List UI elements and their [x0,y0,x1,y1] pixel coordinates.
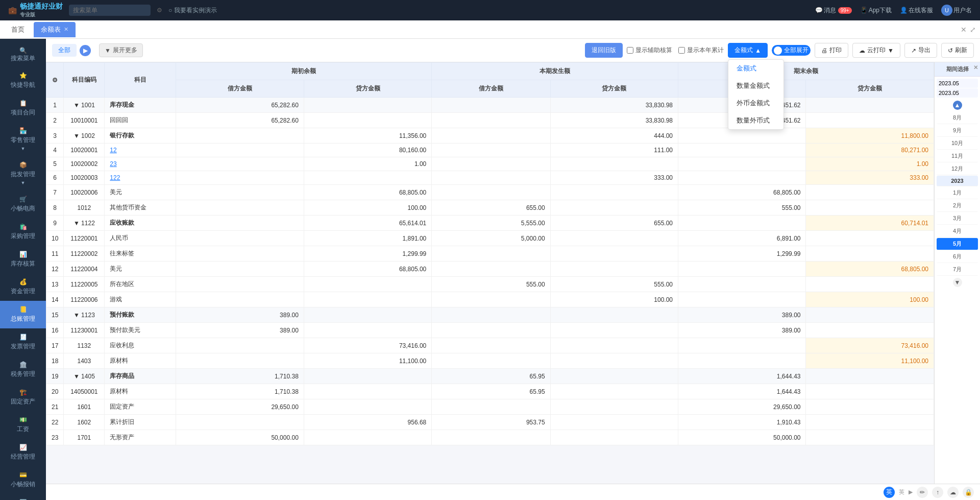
format-option-qty-fx[interactable]: 数量外币式 [728,112,783,129]
period-month-item[interactable]: 2月 [937,200,978,212]
return-old-btn[interactable]: 退回旧版 [585,43,623,58]
account-name-text[interactable]: 12 [110,147,116,154]
period-month-item[interactable]: 8月 [937,112,978,124]
account-name-text[interactable]: 累计折旧 [110,418,134,425]
account-name-text[interactable]: 回回回 [110,116,128,124]
period-close-btn[interactable]: ✕ [973,64,978,71]
account-name-text[interactable]: 23 [110,160,116,168]
account-name[interactable]: 累计折旧 [105,415,176,430]
account-name-text[interactable]: 游戏 [110,296,122,303]
message-btn[interactable]: 💬 消息 99+ [815,6,852,15]
account-name-text[interactable]: 预付款美元 [110,326,140,334]
upload-icon-btn[interactable]: ↑ [932,487,943,498]
sidebar-item-project[interactable]: 📋 项目合同 [0,94,46,122]
period-month-item[interactable]: 6月 [937,251,978,263]
account-name[interactable]: 固定资产 [105,399,176,415]
settings-icon[interactable]: ⚙ [157,7,162,14]
format-option-qty-amount[interactable]: 数量金额式 [728,77,783,94]
sidebar-item-ledger[interactable]: 📒 总账管理 [0,301,46,328]
account-name[interactable]: 游戏 [105,292,176,307]
sidebar-item-retail[interactable]: 🏪 零售管理 ▼ [0,122,46,156]
period-up-btn[interactable]: ▲ [953,101,962,110]
account-name[interactable]: 23 [105,157,176,171]
account-name[interactable]: 美元 [105,185,176,200]
sidebar-item-basic-info[interactable]: ℹ️ 基础信息 [0,494,46,500]
lock-icon-btn[interactable]: 🔒 [963,487,974,498]
account-name[interactable]: 无形资产 [105,430,176,445]
menu-search-input[interactable] [69,5,151,16]
online-service-btn[interactable]: 👤 在线客服 [900,6,933,15]
account-name[interactable]: 应收利息 [105,338,176,353]
format-btn[interactable]: 金额式 ▲ [728,43,768,58]
sidebar-item-ecommerce[interactable]: 🛒 小畅电商 [0,191,46,218]
minimize-btn[interactable]: ✕ [961,26,967,34]
account-name[interactable]: 预付款美元 [105,323,176,338]
account-name[interactable]: 回回回 [105,113,176,128]
period-month-item[interactable]: 1月 [937,187,978,199]
print-btn[interactable]: 🖨 打印 [815,43,848,58]
sidebar-item-payroll[interactable]: 💵 工资 [0,411,46,439]
tab-home[interactable]: 首页 [4,22,32,37]
ytd-checkbox-input[interactable] [678,47,685,54]
account-name-text[interactable]: 美元 [110,188,122,196]
export-btn[interactable]: ↗ 导出 [904,43,937,58]
account-name[interactable]: 美元 [105,261,176,277]
show-ytd-checkbox[interactable]: 显示本年累计 [678,46,724,55]
gear-icon[interactable]: ⚙ [52,77,58,84]
tab-close-icon[interactable]: ✕ [64,26,68,33]
period-month-item[interactable]: 5月 [937,238,978,250]
period-month-item[interactable]: 11月 [937,150,978,162]
sidebar-item-tax[interactable]: 🏛️ 税务管理 [0,356,46,384]
app-download-btn[interactable]: 📱 App下载 [860,6,892,15]
edit-icon-btn[interactable]: ✏ [917,487,928,498]
tab-balance-sheet[interactable]: 余额表 ✕ [34,22,76,37]
period-month-item[interactable]: 9月 [937,125,978,137]
account-name-text[interactable]: 原材料 [110,357,128,364]
cloud-print-btn[interactable]: ☁ 云打印 ▼ [852,43,900,58]
sidebar-item-operations[interactable]: 📈 经营管理 [0,439,46,466]
account-name-text[interactable]: 应收利息 [110,342,134,349]
show-auxiliary-checkbox[interactable]: 显示辅助核算 [627,46,672,55]
account-name-text[interactable]: 其他货币资金 [110,204,146,211]
period-month-item[interactable]: 10月 [937,137,978,150]
period-down-btn[interactable]: ▼ [953,278,962,287]
format-option-fx-amount[interactable]: 外币金额式 [728,94,783,112]
period-month-item[interactable]: 4月 [937,225,978,237]
auxiliary-checkbox-input[interactable] [627,47,633,54]
account-name-text[interactable]: 原材料 [110,388,128,395]
period-month-item[interactable]: 3月 [937,212,978,225]
sidebar-item-invoice[interactable]: 🧾 发票管理 [0,328,46,356]
breadcrumb-arrow-btn[interactable]: ▶ [80,45,91,56]
account-name[interactable]: 所在地区 [105,277,176,292]
sidebar-search[interactable]: 🔍 搜索菜单 [0,43,46,67]
sidebar-item-inventory[interactable]: 📊 库存核算 [0,246,46,273]
account-name[interactable]: 其他货币资金 [105,200,176,216]
account-name[interactable]: 122 [105,171,176,185]
account-name-text[interactable]: 无形资产 [110,434,134,441]
account-name-text[interactable]: 所在地区 [110,280,134,288]
lang-toggle-btn[interactable]: 英 [884,487,895,498]
period-month-item[interactable]: 7月 [937,264,978,276]
sidebar-item-quick-nav[interactable]: ⭐ 快捷导航 [0,67,46,94]
sidebar-item-wholesale[interactable]: 📦 批发管理 ▼ [0,156,46,191]
expand-more-btn[interactable]: ▼ 展开更多 [99,43,143,57]
account-name[interactable]: 人民币 [105,231,176,246]
sidebar-item-expense[interactable]: 💳 小畅报销 [0,466,46,494]
expand-btn-header[interactable]: ⤢ [970,26,976,34]
expand-all-toggle[interactable]: 全部展开 [772,45,811,56]
account-name[interactable]: 往来标签 [105,246,176,261]
cloud-icon-btn[interactable]: ☁ [947,487,959,498]
sidebar-item-fund[interactable]: 💰 资金管理 [0,273,46,301]
account-name[interactable]: 原材料 [105,384,176,399]
refresh-btn[interactable]: ↺ 刷新 [941,43,974,58]
account-name-text[interactable]: 往来标签 [110,250,134,257]
period-month-item[interactable]: 2023 [937,176,978,186]
demo-link[interactable]: ○ 我要看实例演示 [168,6,217,15]
all-tag[interactable]: 全部 [52,44,77,57]
sidebar-item-purchase[interactable]: 🛍️ 采购管理 [0,218,46,246]
user-btn[interactable]: U 用户名 [941,5,972,16]
sidebar-item-fixed-assets[interactable]: 🏗️ 固定资产 [0,384,46,411]
account-name[interactable]: 原材料 [105,353,176,369]
account-name-text[interactable]: 固定资产 [110,403,134,410]
period-month-item[interactable]: 12月 [937,163,978,175]
